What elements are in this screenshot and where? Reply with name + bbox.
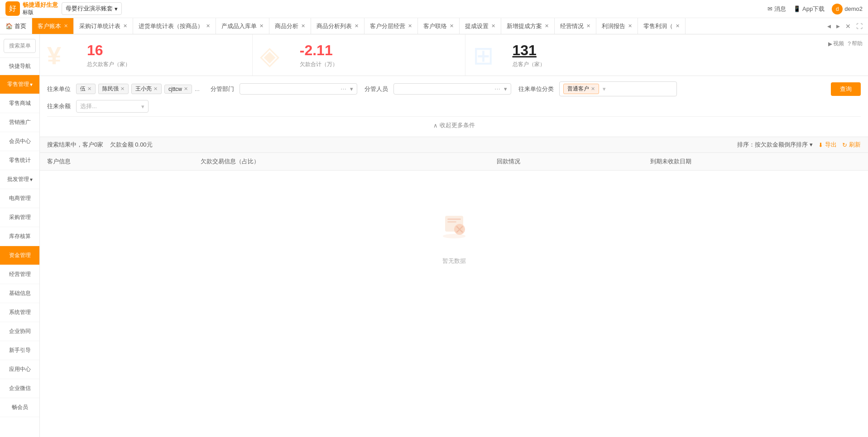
filter-more-btn[interactable]: ... (195, 86, 200, 92)
filter-row-2: 往来余额 选择... ▾ (47, 100, 861, 113)
tab-customer-contact[interactable]: 客户联络 ✕ (418, 18, 460, 34)
sidebar-quick-nav[interactable]: 快捷导航 (0, 58, 39, 75)
tag-close-0[interactable]: ✕ (87, 86, 91, 92)
tab-close-inbound[interactable]: ✕ (206, 23, 210, 29)
logo-icon: 好 (5, 1, 20, 16)
tab-purchase-order[interactable]: 采购订单统计表 ✕ (74, 18, 133, 34)
app-download-btn[interactable]: 📱 App下载 (793, 5, 825, 13)
col-repayment: 回款情况 (489, 153, 643, 171)
tab-close-purchase[interactable]: ✕ (123, 23, 127, 29)
sidebar-item-retail-stats[interactable]: 零售统计 (0, 151, 39, 170)
collapse-btn[interactable]: ∧ 收起更多条件 (428, 119, 480, 131)
tab-close-profit[interactable]: ✕ (628, 23, 632, 29)
sort-label: 排序：按欠款金额倒序排序 ▾ (737, 141, 813, 149)
account-select[interactable]: 母婴行业演示账套 ▾ (62, 2, 122, 15)
chevron-down-icon: ▾ (115, 5, 118, 12)
sidebar-item-retail-mgmt[interactable]: 零售管理 ▾ (0, 75, 39, 94)
sidebar-item-system[interactable]: 系统管理 (0, 303, 39, 322)
tab-prev-icon[interactable]: ◂ (825, 21, 833, 31)
export-btn[interactable]: ⬇ 导出 (818, 141, 837, 149)
unit-tag-3[interactable]: cjttcw ✕ (164, 85, 192, 94)
tab-close-product[interactable]: ✕ (301, 23, 305, 29)
tab-profit-report[interactable]: 利润报告 ✕ (596, 18, 638, 34)
sidebar-item-marketing[interactable]: 营销推广 (0, 113, 39, 132)
tab-next-icon[interactable]: ▸ (834, 21, 842, 31)
tab-close-business[interactable]: ✕ (586, 23, 590, 29)
sidebar-item-enterprise[interactable]: 企业协同 (0, 322, 39, 341)
stat-bg-icon-3: ⊞ (473, 40, 494, 70)
data-table: 客户信息 欠款交易信息（占比） 回款情况 到期未收款日期 (40, 153, 868, 171)
dept-select[interactable]: ⋯ ▾ (240, 83, 357, 95)
tab-close-customer-contact[interactable]: ✕ (450, 23, 454, 29)
tab-promote-settings[interactable]: 提成设置 ✕ (460, 18, 501, 34)
unit-class-tag: 普通客户 ✕ (563, 84, 599, 94)
video-btn[interactable]: ▶ 视频 (828, 40, 844, 48)
tab-close-promote[interactable]: ✕ (491, 23, 495, 29)
stat-card-amount: ◈ -2.11 欠款合计（万） (253, 34, 465, 76)
tab-expand-icon[interactable]: ⛶ (854, 22, 864, 31)
sidebar-item-ecommerce[interactable]: 电商管理 (0, 189, 39, 208)
tab-close-accounts[interactable]: ✕ (64, 23, 68, 29)
unit-class-select[interactable]: 普通客户 ✕ ▾ (559, 81, 677, 96)
header-left: 好 畅捷通好生意 标版 母婴行业演示账套 ▾ (5, 1, 122, 16)
query-btn[interactable]: 查询 (831, 82, 861, 96)
tab-retail-profit[interactable]: 零售利润（ ✕ (638, 18, 686, 34)
tab-accounts[interactable]: 客户账本 ✕ (32, 18, 74, 34)
chevron-up-icon: ∧ (433, 122, 438, 129)
logo-area: 好 畅捷通好生意 标版 (5, 1, 58, 16)
svg-rect-2 (447, 218, 461, 220)
help-btn[interactable]: ? 帮助 (848, 40, 863, 48)
tab-home[interactable]: 🏠 首页 (0, 18, 32, 34)
tab-close-produce[interactable]: ✕ (259, 23, 264, 29)
sidebar-item-inventory[interactable]: 库存核算 (0, 227, 39, 246)
sidebar-item-member[interactable]: 会员中心 (0, 132, 39, 151)
chevron-icon-wholesale: ▾ (30, 176, 33, 183)
tab-inbound-stats[interactable]: 进货单统计表（按商品） ✕ (133, 18, 216, 34)
tag-close-1[interactable]: ✕ (120, 86, 125, 92)
tag-close-2[interactable]: ✕ (153, 86, 158, 92)
unit-tag-2[interactable]: 王小亮 ✕ (131, 84, 162, 94)
home-icon: 🏠 (5, 23, 13, 29)
unit-class-chevron-icon: ▾ (603, 86, 606, 92)
balance-label: 往来余额 (47, 102, 71, 110)
sidebar-item-app-center[interactable]: 应用中心 (0, 360, 39, 379)
tab-close-product-list[interactable]: ✕ (355, 23, 359, 29)
message-btn[interactable]: ✉ 消息 (767, 5, 786, 13)
search-menu-btn[interactable]: 搜索菜单 (4, 39, 36, 53)
unit-class-tag-close[interactable]: ✕ (591, 86, 595, 92)
empty-text: 暂无数据 (442, 257, 466, 265)
sidebar-item-capital[interactable]: 资金管理 (0, 246, 39, 265)
unit-tag-0[interactable]: 伍 ✕ (76, 84, 96, 94)
tab-close-retail-profit[interactable]: ✕ (676, 23, 680, 29)
tab-business-status[interactable]: 经营情况 ✕ (555, 18, 596, 34)
user-avatar[interactable]: d demo2 (832, 4, 863, 14)
sidebar-item-wechat[interactable]: 企业微信 (0, 379, 39, 398)
tab-product-analysis-list[interactable]: 商品分析列表 ✕ (311, 18, 364, 34)
tab-close-customer-tier[interactable]: ✕ (408, 23, 412, 29)
sidebar-item-retail-mall[interactable]: 零售商城 (0, 94, 39, 113)
tab-close-add-promote[interactable]: ✕ (545, 23, 549, 29)
svg-rect-3 (447, 221, 456, 223)
refresh-btn[interactable]: ↻ 刷新 (842, 141, 861, 149)
tab-close-all-icon[interactable]: ✕ (844, 22, 853, 31)
unit-tag-1[interactable]: 陈民强 ✕ (98, 84, 129, 94)
tab-add-promote[interactable]: 新增提成方案 ✕ (501, 18, 555, 34)
sidebar-item-pro-member[interactable]: 畅会员 (0, 398, 39, 417)
tag-close-3[interactable]: ✕ (184, 86, 188, 92)
person-select[interactable]: ⋯ ▾ (393, 83, 511, 95)
sidebar-item-business[interactable]: 经营管理 (0, 265, 39, 284)
stat-value-total: 131 (513, 42, 537, 59)
tab-customer-tier[interactable]: 客户分层经营 ✕ (364, 18, 418, 34)
balance-select[interactable]: 选择... ▾ (76, 100, 149, 113)
refresh-icon: ↻ (842, 142, 847, 148)
sidebar-item-guide[interactable]: 新手引导 (0, 341, 39, 360)
sidebar-item-basic[interactable]: 基础信息 (0, 284, 39, 303)
tab-produce-inbound[interactable]: 产成品入库单 ✕ (216, 18, 269, 34)
sidebar-item-wholesale[interactable]: 批发管理 ▾ (0, 170, 39, 189)
tab-product-analysis[interactable]: 商品分析 ✕ (269, 18, 311, 34)
stat-card-total: ⊞ 131 总客户（家） ▶ 视频 ? 帮助 (465, 34, 868, 76)
results-bar: 搜索结果中，客户0家 欠款金额 0.00元 排序：按欠款金额倒序排序 ▾ ⬇ 导… (40, 137, 868, 153)
sidebar-item-purchase[interactable]: 采购管理 (0, 208, 39, 227)
balance-chevron-icon: ▾ (141, 103, 144, 110)
person-chevron-icon: ▾ (504, 86, 507, 92)
